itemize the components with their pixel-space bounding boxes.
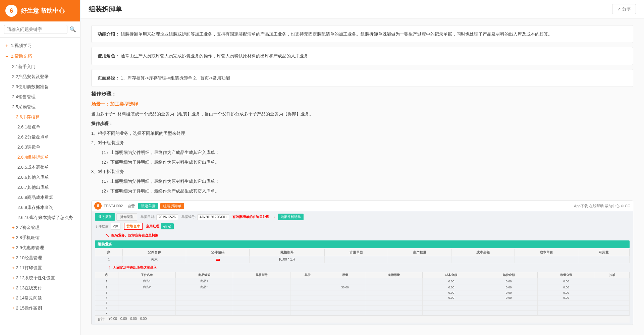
table-row: 4 0.000.000.00 [95,295,630,300]
search-box: 🔍 [0,21,80,38]
step3-1: （1）上部明细为父件明细，最终作为原材料生成其它出库单； [91,177,633,186]
sidebar-item-2-6-3[interactable]: 2.6.3调拨单 [0,142,80,152]
intro-box: 功能介绍： 组装拆卸单用来处理企业组装或拆卸等加工业务，支持有固定装配清单的产品… [91,25,633,43]
mock-annotation4-text: 无固定活中任组络在这里录入 [113,265,157,270]
sidebar-item-2-2[interactable]: 2.2产品安装及登录 [0,72,80,82]
step2-2: （2）下部明细为子件明细，最终作为原材料生成其它出库单。 [91,158,633,167]
mock-select-parts-btn[interactable]: 选配件料清单 [278,214,304,220]
sidebar-item-2-4[interactable]: 2.4销售管理 [0,92,80,102]
mock-cell-spec: 10.00 * 1只 [249,256,325,263]
sidebar-item-2-1[interactable]: 2.1新手入门 [0,62,80,72]
mock-col-cost-amt: 成本金额 [451,249,515,256]
mock-cell-qty [388,256,451,263]
mock-tab-newdoc[interactable]: 新建单据 [138,203,158,209]
sidebar-item-2-14[interactable]: +2.14常见问题 [0,293,80,303]
steps-title: 操作步骤： [91,91,633,97]
mock-col-seq: 序 [95,249,123,256]
mock-annotation1-area: 有装配清单的在这里处理 → 选配件料清单 [232,214,630,220]
sidebar-item-2-6-9[interactable]: 2.6.9库存账本查询 [0,203,80,213]
nav-tree: +1.视频学习 −2.帮助文档 2.1新手入门 2.2产品安装及登录 2.3使用… [0,38,80,335]
intro-label: 功能介绍： [98,32,119,37]
mock-col-parent-name: 父件名称 [122,249,186,256]
mock-ui: 6 TEST-H002 自营 新建单据 组装拆卸单 App下载 在线帮助 帮助中… [92,201,633,325]
sidebar-item-2-5[interactable]: 2.5采购管理 [0,102,80,112]
mock-confirm-btn[interactable]: 确 定 [161,223,174,229]
sidebar-item-2-6-10[interactable]: 2.6.10库存账本搞错了怎么办 [0,213,80,223]
sidebar-item-2-3[interactable]: 2.3使用前数据准备 [0,82,80,92]
mock-annotation3-area: 启用处理 确 定 [146,223,630,229]
steps-label: 操作步骤： [91,120,633,128]
sidebar-item-2-6-4[interactable]: 2.6.4组装拆卸单 [0,152,80,162]
sidebar-item-2-13[interactable]: +2.13在线支付 [0,283,80,293]
sidebar-item-2-6-2[interactable]: 2.6.2分量盘点单 [0,132,80,142]
mock-warehouse-value[interactable]: 货堆仓库 [124,223,143,230]
sidebar-item-2-6[interactable]: −2.6库存核算 [0,112,80,122]
table-row: 6 [95,305,630,311]
table-row: 1 关木 10.00 * 1只 [95,256,630,263]
topbar: 组装拆卸单 ↗ 分享 [80,0,644,18]
mock-section-header-upper: 组装业务 [95,240,630,248]
mock-nav-tabs: 自营 新建单据 [125,203,158,209]
mock-tab-ziyng[interactable]: 自营 [125,203,138,209]
sidebar-item-2-9[interactable]: +2.9优惠券管理 [0,243,80,253]
mock-warehouse-field: 货堆仓库 [124,223,143,230]
search-input[interactable] [4,25,67,34]
sidebar-item-1[interactable]: +1.视频学习 [0,40,80,51]
mock-col-parent-code: 父件编码 [186,249,249,256]
sidebar-item-2[interactable]: −2.帮助文档 [0,51,80,62]
sidebar-title: 好生意 帮助中心 [21,7,65,15]
main: 组装拆卸单 ↗ 分享 功能介绍： 组装拆卸单用来处理企业组装或拆卸等加工业务，支… [80,0,644,335]
mock-sub-col-unit: 单位 [290,272,325,278]
mock-sub-col-seq: 序 [95,272,118,278]
mock-num-label: 单据编号: [181,215,196,219]
page-title: 组装拆卸单 [89,5,122,14]
sidebar-item-2-6-1[interactable]: 2.6.1盘点单 [0,122,80,132]
sidebar-item-2-6-8[interactable]: 2.6.8商品成本重算 [0,192,80,203]
sidebar-item-2-10[interactable]: +2.10经营管理 [0,253,80,263]
mock-arrow2-icon: ↖ [105,232,109,238]
search-button[interactable]: 🔍 [69,26,76,33]
sidebar-item-2-15[interactable]: +2.15操作案例 [0,303,80,313]
mock-sub-col-unit-price: 单价金额 [480,272,537,278]
sidebar-item-2-7[interactable]: +2.7资金管理 [0,223,80,233]
mock-red-input[interactable] [216,259,220,261]
mock-col-avail: 可用量 [578,249,629,256]
mock-cell-unit [325,256,388,263]
mock-footer-v1: 0.00 [120,317,127,322]
sidebar-item-2-12[interactable]: +2.12系统个性化设置 [0,273,80,283]
sidebar-item-2-6-5[interactable]: 2.6.5成本调整单 [0,162,80,172]
mock-num-value[interactable]: AD-20191226-001 [197,214,229,220]
content: 功能介绍： 组装拆卸单用来处理企业组装或拆卸等加工业务，支持有固定装配清单的产品… [80,18,644,335]
path-text: 1、库存核算->库存管理->组装拆卸单 2、首页->常用功能 [121,75,230,80]
sidebar-item-2-6-6[interactable]: 2.6.6其他入库单 [0,172,80,182]
mock-annotation2-text: 组装业务、拆卸业务在这里切换 [111,233,158,238]
mock-footer-total: ¥0.00 [109,317,117,322]
mock-col-cost-unit: 成本单价 [515,249,578,256]
mock-upper-table: 序 父件名称 父件编码 规格型号 计量单位 生产数量 成本金额 成本单价 可用量 [95,249,630,263]
mock-form-row1: 业务类型 拆卸类型 单据日期: 2019-12-26 单据编号: AD-2019… [95,213,630,221]
mock-col-qty: 生产数量 [388,249,451,256]
mock-new-btn[interactable]: 组装拆卸单 [160,203,184,209]
mock-btn-disassembly[interactable]: 拆卸类型 [116,213,137,221]
mock-cell-avail [578,256,629,263]
scene1-title: 场景一：加工类型选择 [91,101,633,107]
share-button[interactable]: ↗ 分享 [612,4,636,14]
mock-sub-col-split-qty: 数量分装 [537,272,595,278]
sidebar-item-2-8[interactable]: +2.8手机旺铺 [0,233,80,243]
mock-type-btns: 业务类型 拆卸类型 [95,213,137,221]
table-row: 7 [95,311,630,316]
sidebar-item-2-11[interactable]: +2.11打印设置 [0,263,80,273]
mock-sub-col-qty: 用量 [325,272,365,278]
sidebar-item-2-6-7[interactable]: 2.6.7其他出库单 [0,182,80,192]
mock-subnum-value[interactable]: 2件 [111,223,121,230]
mock-arrow4-icon: ↑ [108,265,111,271]
mock-btn-assembly[interactable]: 业务类型 [95,213,115,221]
role-box: 使用角色： 通常由生产人员或库管人员完成拆装业务的操作，库管人员确认原材料的出库… [91,47,633,65]
intro-text: 组装拆卸单用来处理企业组装或拆卸等加工业务，支持有固定装配清单的产品加工业务，也… [121,32,552,37]
mock-date-label: 单据日期: [141,215,155,219]
sidebar: 6 好生意 帮助中心 🔍 +1.视频学习 −2.帮助文档 2.1新手入门 2.2… [0,0,80,335]
mock-footer-v2: 0.00 [130,317,137,322]
mock-form-row2: 子件数量: 2件 货堆仓库 启用处理 确 定 [95,223,630,230]
step2-1: （1）上部明细为父件明细，最终作为产成品生成其它入库单； [91,149,633,157]
mock-date-value[interactable]: 2019-12-26 [156,214,178,220]
